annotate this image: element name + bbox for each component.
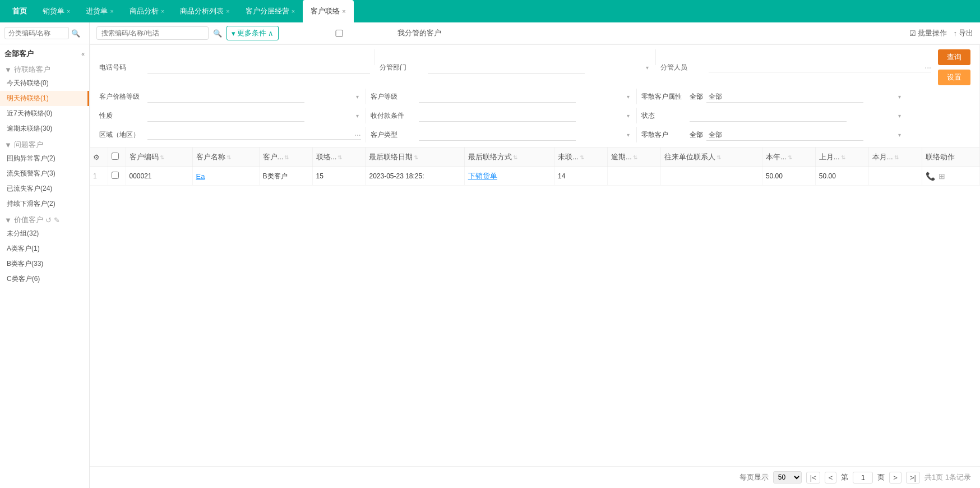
filter-manager-dots[interactable]: ···: [924, 63, 931, 72]
col-contact-count[interactable]: 联络...⇅: [312, 148, 366, 167]
col-contact-person[interactable]: 往来单位联系人⇅: [660, 148, 762, 167]
row-select[interactable]: [108, 167, 126, 186]
sidebar-item-churned[interactable]: 已流失客户(24): [0, 181, 89, 196]
sidebar-item-class-b[interactable]: B类客户(33): [0, 256, 89, 271]
nav-product-analysis-list[interactable]: 商品分析列表×: [172, 0, 237, 22]
filter-status-label: 状态: [641, 111, 686, 121]
search-input[interactable]: [96, 26, 209, 40]
col-this-month[interactable]: 本月...⇅: [868, 148, 922, 167]
prev-page-button[interactable]: <: [825, 472, 837, 484]
my-customers-checkbox-label[interactable]: 我分管的客户: [283, 28, 441, 38]
sidebar-search-input[interactable]: [4, 27, 69, 39]
col-settings[interactable]: ⚙: [90, 148, 108, 167]
first-page-button[interactable]: |<: [806, 472, 820, 484]
col-last-month[interactable]: 上月...⇅: [815, 148, 868, 167]
sidebar: 🔍 全部客户 « ▼ 待联络客户 今天待联络(0) 明天待联络(1) 近7天待联…: [0, 22, 90, 488]
batch-op-button[interactable]: ☑ 批量操作: [909, 28, 947, 38]
nav-customer-tier[interactable]: 客户分层经营×: [238, 0, 303, 22]
per-page-select[interactable]: 50 10 20 100: [773, 471, 802, 484]
row-this-month: [868, 167, 922, 186]
col-uncontact-days[interactable]: 未联...⇅: [554, 148, 608, 167]
filter-region-dots[interactable]: ···: [354, 130, 361, 139]
page-number-input[interactable]: [853, 472, 873, 484]
customer-table: ⚙ 客户编码⇅ 客户名称⇅ 客户...⇅ 联络...⇅ 最后联络日期⇅ 最后联络…: [90, 148, 980, 186]
filter-dept-label: 分管部门: [380, 63, 424, 72]
row-overdue: [608, 167, 661, 186]
filter-customer-type-select[interactable]: [419, 129, 576, 141]
row-customer-name[interactable]: Ea: [192, 167, 259, 186]
select-all-checkbox[interactable]: [112, 153, 119, 160]
sidebar-value-group: ▼ 价值客户 ↺ ✎: [0, 211, 89, 226]
sidebar-item-7days[interactable]: 近7天待联络(0): [0, 106, 89, 121]
sidebar-value-edit-icon[interactable]: ✎: [54, 216, 60, 224]
sidebar-item-ungrouped[interactable]: 未分组(32): [0, 226, 89, 241]
row-this-year: 50.00: [762, 167, 815, 186]
last-page-button[interactable]: >|: [906, 472, 920, 484]
export-icon: ↑: [954, 29, 958, 38]
page-unit: 页: [877, 472, 885, 482]
sidebar-search-icon[interactable]: 🔍: [71, 29, 80, 38]
sidebar-collapse-icon[interactable]: «: [81, 50, 85, 57]
row-action-call-icon[interactable]: 📞: [926, 172, 935, 181]
table-row: 1 000021 Ea B类客户 15 2023-05-23 18:25: 下销…: [90, 167, 980, 186]
row-checkbox[interactable]: [112, 172, 119, 179]
sidebar-item-churn-warning[interactable]: 流失预警客户(3): [0, 166, 89, 181]
filter-payment-terms-select[interactable]: [419, 110, 576, 122]
filter-scatter-customer-select[interactable]: 全部: [706, 129, 863, 141]
nav-purchase-order[interactable]: 进货单×: [78, 0, 121, 22]
col-this-year[interactable]: 本年...⇅: [762, 148, 815, 167]
filter-dept: 分管部门: [380, 49, 650, 85]
col-last-contact-method[interactable]: 最后联络方式⇅: [464, 148, 554, 167]
sidebar-all-customers[interactable]: 全部客户 «: [0, 44, 89, 61]
col-customer-type[interactable]: 客户...⇅: [259, 148, 312, 167]
col-checkbox[interactable]: [108, 148, 126, 167]
filter-nature-select[interactable]: [147, 110, 304, 122]
row-customer-code: 000021: [126, 167, 192, 186]
filter-price-level-select[interactable]: [147, 91, 304, 103]
nav-customer-contact[interactable]: 客户联络×: [303, 0, 353, 22]
sidebar-item-tomorrow[interactable]: 明天待联络(1): [0, 91, 89, 106]
my-customers-checkbox[interactable]: [283, 30, 395, 37]
filter-phone-input[interactable]: [147, 62, 370, 73]
toolbar-search-button[interactable]: 🔍: [213, 29, 222, 38]
row-contact-person: [660, 167, 762, 186]
filter-customer-level-select[interactable]: [419, 91, 576, 103]
col-customer-code[interactable]: 客户编码⇅: [126, 148, 192, 167]
filter-customer-level: 客户等级: [371, 91, 632, 103]
filter-scatter-attr-select[interactable]: 全部: [706, 91, 863, 103]
settings-button[interactable]: 设置: [938, 70, 970, 85]
sidebar-item-overdue[interactable]: 逾期未联络(30): [0, 121, 89, 136]
nav-product-analysis[interactable]: 商品分析×: [122, 0, 172, 22]
filter-icon: ▾: [232, 29, 235, 38]
content-area: 🔍 ▾ 更多条件 ∧ 我分管的客户 ☑ 批量操作 ↑ 导出: [90, 22, 980, 488]
filter-customer-level-label: 客户等级: [371, 92, 415, 102]
sidebar-item-class-a[interactable]: A类客户(1): [0, 241, 89, 256]
filter-scatter-customer-label: 零散客户: [641, 130, 686, 140]
sidebar-item-declining[interactable]: 持续下滑客户(2): [0, 196, 89, 211]
nav-sales-order[interactable]: 销货单×: [35, 0, 78, 22]
filter-status-select[interactable]: [690, 110, 847, 122]
more-filter-button[interactable]: ▾ 更多条件 ∧: [226, 26, 279, 40]
col-customer-name[interactable]: 客户名称⇅: [192, 148, 259, 167]
table-wrap: ⚙ 客户编码⇅ 客户名称⇅ 客户...⇅ 联络...⇅ 最后联络日期⇅ 最后联络…: [90, 148, 980, 466]
col-overdue[interactable]: 逾期...⇅: [608, 148, 661, 167]
row-action-grid-icon[interactable]: ⊞: [939, 172, 945, 181]
pagination: 每页显示 50 10 20 100 |< < 第 页 > >| 共1页 1条记录: [90, 466, 980, 488]
sidebar-item-abnormal-repurchase[interactable]: 回购异常客户(2): [0, 151, 89, 166]
row-last-contact-date: 2023-05-23 18:25:: [366, 167, 464, 186]
sidebar-item-class-c[interactable]: C类客户(6): [0, 271, 89, 287]
filter-price-level: 客户价格等级: [99, 91, 361, 103]
col-last-contact-date[interactable]: 最后联络日期⇅: [366, 148, 464, 167]
filter-scatter-attr-label: 零散客户属性: [641, 92, 686, 102]
next-page-button[interactable]: >: [889, 472, 902, 484]
row-last-contact-method[interactable]: 下销货单: [464, 167, 554, 186]
filter-payment-terms-label: 收付款条件: [371, 111, 415, 121]
query-button[interactable]: 查询: [938, 49, 970, 65]
nav-home[interactable]: 首页: [4, 0, 35, 22]
filter-nature: 性质: [99, 110, 361, 122]
export-button[interactable]: ↑ 导出: [954, 28, 974, 38]
filter-dept-select[interactable]: [428, 62, 585, 73]
sidebar-item-today[interactable]: 今天待联络(0): [0, 76, 89, 91]
filter-phone: 电话号码: [99, 49, 370, 85]
sidebar-value-refresh-icon[interactable]: ↺: [45, 216, 52, 224]
